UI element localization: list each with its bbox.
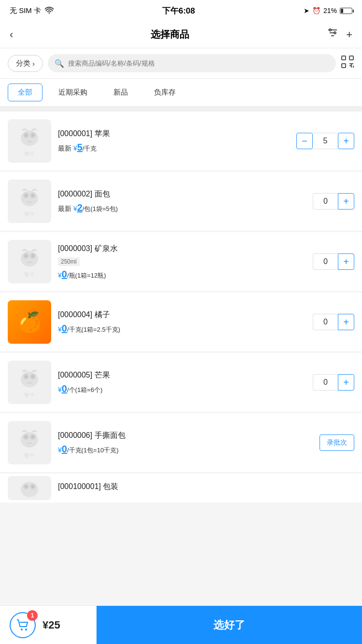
product-image-0000002: 智十 <box>8 180 51 223</box>
filter-bar: 分类 › 🔍 <box>0 48 362 79</box>
product-name: [0000002] 面包 <box>58 189 306 199</box>
product-item: 智十 [0000002] 面包 最新 ¥2/包(1袋=5包) + <box>0 172 362 231</box>
filter-icon[interactable] <box>327 28 338 42</box>
svg-rect-7 <box>342 64 346 68</box>
category-chevron: › <box>32 59 35 68</box>
product-image-0000003: 智十 <box>8 240 51 283</box>
product-price: ¥0/瓶(1箱=12瓶) <box>58 269 306 280</box>
product-name: [0000005] 芒果 <box>58 370 306 380</box>
product-name: [0000001] 苹果 <box>58 129 290 139</box>
product-image-0000006: 智十 <box>8 421 51 464</box>
product-item: 🍊 [0000004] 橘子 ¥0/千克(1箱=2.5千克) + <box>0 293 362 352</box>
product-tag: 250ml <box>58 257 80 266</box>
svg-point-25 <box>25 254 28 257</box>
owl-logo: 智十 <box>17 245 42 278</box>
category-button[interactable]: 分类 › <box>8 55 43 72</box>
status-bar: 无 SIM 卡 下午6:08 ➤ ⏰ 21% <box>0 0 362 21</box>
svg-point-15 <box>25 134 28 137</box>
owl-logo <box>17 476 42 500</box>
batch-record-button[interactable]: 录批次 <box>320 434 354 451</box>
nav-left: ‹ <box>10 28 13 41</box>
status-left: 无 SIM 卡 <box>10 6 54 15</box>
quantity-input[interactable] <box>313 314 338 330</box>
product-name: [0000006] 手撕面包 <box>58 431 313 441</box>
product-item: 智十 [0000003] 矿泉水 250ml ¥0/瓶(1箱=12瓶) + <box>0 232 362 292</box>
svg-point-32 <box>21 432 38 448</box>
status-time: 下午6:08 <box>162 5 195 16</box>
add-button[interactable]: + <box>346 28 352 41</box>
product-info-0000005: [0000005] 芒果 ¥0/个(1箱=6个) <box>58 370 306 394</box>
back-button[interactable]: ‹ <box>10 28 13 41</box>
svg-point-36 <box>31 435 34 438</box>
increase-button[interactable]: + <box>338 193 354 210</box>
svg-rect-6 <box>349 56 353 60</box>
product-name: [0000004] 橘子 <box>58 310 306 320</box>
cart-button[interactable]: 1 <box>10 612 36 638</box>
confirm-button[interactable]: 选好了 <box>97 606 362 644</box>
tab-all[interactable]: 全部 <box>8 84 42 101</box>
qty-control-0000003: + <box>313 253 354 270</box>
increase-button[interactable]: + <box>338 374 354 391</box>
increase-button[interactable]: + <box>338 253 354 270</box>
svg-point-31 <box>31 375 34 378</box>
qty-control-0000005: + <box>313 374 354 391</box>
battery-percent: 21% <box>323 7 337 14</box>
location-icon: ➤ <box>304 7 309 14</box>
page-title: 选择商品 <box>151 28 189 41</box>
quantity-input[interactable] <box>313 374 338 391</box>
product-info-0000001: [0000001] 苹果 最新 ¥5/千克 <box>58 129 290 153</box>
product-item: 智十 [0000006] 手撕面包 ¥0/千克(1包=10千克) 录批次 <box>0 413 362 473</box>
svg-point-37 <box>21 482 38 497</box>
status-right: ➤ ⏰ 21% <box>304 7 352 14</box>
cart-total: ¥25 <box>42 619 60 631</box>
divider <box>0 107 362 112</box>
svg-point-3 <box>329 29 331 31</box>
category-label: 分类 <box>16 59 30 68</box>
svg-rect-5 <box>342 56 346 60</box>
search-box: 🔍 <box>48 54 336 72</box>
qty-control-0000004: + <box>313 314 354 330</box>
search-icon: 🔍 <box>55 59 64 68</box>
svg-point-16 <box>31 134 34 137</box>
svg-point-17 <box>21 191 38 206</box>
owl-logo: 智十 <box>17 125 42 157</box>
product-info-partial: [000100001] 包装 <box>58 482 354 495</box>
product-image-0000004: 🍊 <box>8 300 51 344</box>
svg-point-35 <box>25 435 28 438</box>
wifi-icon <box>45 7 54 15</box>
product-price: 最新 ¥2/包(1袋=5包) <box>58 202 306 213</box>
svg-point-43 <box>25 629 27 630</box>
increase-button[interactable]: + <box>338 314 354 330</box>
qty-control-0000001: − + <box>296 133 354 149</box>
svg-point-21 <box>31 194 34 197</box>
tab-recent[interactable]: 近期采购 <box>48 84 97 101</box>
tab-new[interactable]: 新品 <box>103 84 138 101</box>
svg-point-42 <box>21 629 23 630</box>
product-price: ¥0/千克(1包=10千克) <box>58 444 313 455</box>
tab-negative[interactable]: 负库存 <box>144 84 186 101</box>
product-info-0000002: [0000002] 面包 最新 ¥2/包(1袋=5包) <box>58 189 306 213</box>
svg-point-12 <box>21 130 38 146</box>
product-image-partial <box>8 476 51 500</box>
owl-logo: 智十 <box>17 426 42 459</box>
product-info-0000004: [0000004] 橘子 ¥0/千克(1箱=2.5千克) <box>58 310 306 334</box>
increase-button[interactable]: + <box>338 133 354 149</box>
qty-control-0000002: + <box>313 193 354 210</box>
svg-point-30 <box>25 375 28 378</box>
carrier-text: 无 SIM 卡 <box>10 6 41 15</box>
battery-icon <box>340 7 352 14</box>
quantity-input[interactable] <box>313 133 338 149</box>
quantity-input[interactable] <box>313 193 338 210</box>
alarm-icon: ⏰ <box>312 7 320 14</box>
svg-point-41 <box>31 485 34 488</box>
scan-icon[interactable] <box>341 55 354 71</box>
search-input[interactable] <box>68 59 329 67</box>
product-item: 智十 [0000005] 芒果 ¥0/个(1箱=6个) + <box>0 353 362 412</box>
product-image-0000001: 智十 <box>8 119 51 163</box>
product-name: [000100001] 包装 <box>58 482 354 492</box>
nav-right: + <box>327 28 352 42</box>
decrease-button[interactable]: − <box>296 133 313 149</box>
quantity-input[interactable] <box>313 253 338 270</box>
owl-logo: 智十 <box>17 185 42 218</box>
product-image-0000005: 智十 <box>8 361 51 404</box>
